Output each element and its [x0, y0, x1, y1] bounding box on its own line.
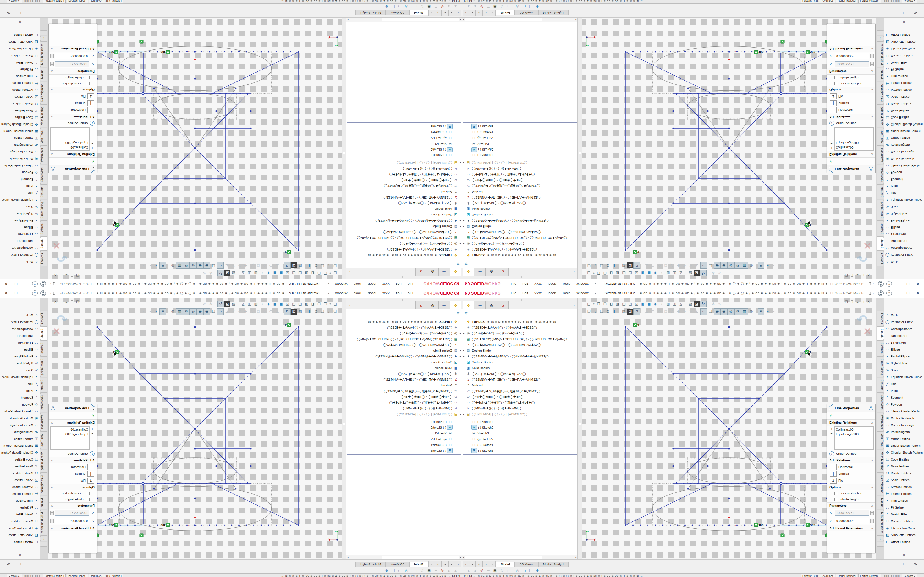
feature-manager-tab-3[interactable]: ◕	[415, 268, 427, 276]
command-tab-mbddimensions[interactable]: MBD Dimensions	[40, 42, 47, 67]
tool-mirror-entities[interactable]: ◫Mirror Entities	[884, 135, 924, 142]
search-icon[interactable]	[868, 282, 871, 285]
toolbar-icon[interactable]: ↓	[659, 270, 665, 276]
ok-button[interactable]: ✓	[827, 413, 876, 419]
relations-list[interactable]: Collinear108Equal length109	[50, 426, 90, 450]
tool-fit-spline[interactable]: ◡Fit Spline	[0, 504, 40, 511]
feature-manager-tab-2[interactable]: ⊕	[486, 301, 497, 309]
tree-item-sketch6[interactable]: ⊞(-) Sketch6	[347, 448, 462, 453]
search-dropdown-icon[interactable]: ▾	[50, 292, 51, 294]
tree-item[interactable]: ≡Material	[462, 382, 577, 388]
toolbar-icon[interactable]: ◒	[783, 309, 790, 314]
toolbar-icon[interactable]: ●	[153, 263, 160, 268]
tool-circular-sketch-pattern[interactable]: ❖Circular Sketch Pattern	[884, 121, 924, 128]
toolbar-icon[interactable]: ●	[764, 309, 771, 314]
toolbar-icon[interactable]: ✎	[716, 270, 723, 276]
command-tab-sketch[interactable]: Sketch	[877, 237, 884, 251]
tool-perimeter-circle[interactable]: ◯Perimeter Circle	[0, 318, 40, 325]
toolbar-icon[interactable]: ⊥	[274, 309, 281, 314]
command-tab-more[interactable]: ⋮	[877, 536, 884, 541]
search-input[interactable]	[834, 282, 868, 286]
tree-item[interactable]: Σ◯S2ΜИ◎◦✚А∏¤ЗЕ◯ ◦ ◯ЗЕ¤∏А✚◦◎ИΜS2◯	[462, 195, 577, 201]
relations-list[interactable]: Collinear108Equal length109	[834, 426, 874, 450]
toolbar-icon[interactable]: –	[237, 301, 240, 307]
toolbar-icon[interactable]: ❖	[160, 308, 166, 315]
tree-item[interactable]: ▦◯2S✚ЗЕS2◯ΜИ◎◦✚ЭСЗЕUЗЕS2◯ ◦ ◯S2ЗЕUЗЕСЭ✚◦…	[462, 336, 577, 342]
toolbar-icon[interactable]: ↓	[326, 263, 332, 268]
tool-point[interactable]: ▪Point	[0, 387, 40, 394]
exit-sketch-watermark-icon[interactable]: ↶	[57, 250, 67, 265]
tab-nav-icon[interactable]: ▸	[476, 561, 482, 567]
tool-3-point-center-recta---[interactable]: ▱3 Point Center Recta...	[0, 163, 40, 169]
toolbar-icon[interactable]: ⊥	[274, 263, 281, 268]
tool-centerpoint-arc[interactable]: ◠Centerpoint Arc	[0, 245, 40, 252]
toolbar-icon[interactable]: ╱	[669, 263, 675, 268]
search-box[interactable]: ❒ ▾	[49, 290, 95, 297]
tree-item-sketch1[interactable]: ⊞(-) Sketch1	[347, 153, 462, 158]
tree-item[interactable]: ▸▤◯S2ЗЕΜИА∏÷◯ ◦ ◯÷∏АИΜЗЕS2◯	[347, 411, 462, 417]
toolbar-icon[interactable]: ❐	[586, 263, 592, 268]
options-section[interactable]: Options∧	[48, 87, 97, 93]
parameter-input[interactable]: 0.00000000°	[835, 518, 869, 524]
ok-button[interactable]: ✓	[48, 158, 97, 164]
collapse-chevron-icon[interactable]: ≫	[0, 562, 16, 567]
chevron-up-icon[interactable]: ∧	[871, 70, 873, 73]
toolbar-icon[interactable]: ❖	[758, 308, 764, 315]
tool-convert-entities[interactable]: ❒Convert Entities	[884, 517, 924, 524]
document-restore-icon[interactable]: ❐	[844, 273, 849, 277]
search-dropdown-icon[interactable]: ▾	[873, 292, 874, 294]
markup-icon[interactable]: ◭	[465, 5, 472, 9]
tree-item[interactable]: ▱◯✚ΜИ◎♟÷◯✳◉][◯ ◦ ◯][◉✳◯÷♟◎ИΜ✚◯	[462, 183, 577, 189]
panel-splitter[interactable]	[578, 18, 582, 279]
tree-root-item[interactable]: ❖TЯPDL2.◉ ЗЕ ◉ Ш ◉ ◉ ◉ ✚ ◉ ЭС ◉ ЗЕ ◉ ¡ ◉…	[462, 319, 577, 324]
toolbar-icon[interactable]: ✎	[682, 263, 688, 268]
chevron-up-icon[interactable]: ∧	[871, 504, 873, 507]
toolbar-icon[interactable]: ·	[166, 309, 170, 314]
toolbar-icon[interactable]: ↓	[259, 301, 265, 307]
tool-sketch-fillet[interactable]: ◝Sketch Fillet	[884, 60, 924, 66]
tab-motion-study-1[interactable]: Motion Study 1	[538, 10, 569, 15]
command-tab-sketch[interactable]: Sketch	[40, 326, 47, 340]
chevron-up-icon[interactable]: ∧	[51, 153, 53, 156]
markup-icon[interactable]: ⇅	[419, 569, 426, 572]
relation-entry[interactable]: Collinear108	[836, 145, 872, 150]
toolbar-icon[interactable]: ✎	[682, 309, 688, 314]
tool-copy-entities[interactable]: ❏Copy Entities	[884, 114, 924, 121]
markup-icon[interactable]: ¦	[512, 569, 514, 572]
toolbar-icon[interactable]: ◠	[268, 309, 274, 314]
tree-item[interactable]: ≡Material	[462, 189, 577, 195]
command-tab-moldtools[interactable]: Mold Tools	[877, 431, 884, 449]
command-tab-sheetmetal[interactable]: Sheet Metal	[40, 393, 47, 412]
toolbar-icon[interactable]: ↻	[633, 262, 640, 269]
tree-item[interactable]: ▱◯✚Єs6◦♟◯✳◉][◯ ◦ ◯][◉✳◯♟◦6sЄ✚◯	[347, 400, 462, 405]
markup-icon[interactable]: ◭	[452, 569, 459, 572]
tree-item[interactable]: ▸▤Design Binder	[462, 224, 577, 229]
tree-item-sketch2[interactable]: ⊞(-) Sketch2	[347, 147, 462, 153]
tree-item[interactable]: ⊾◯ΜИ◦s6◦♟◎◯ ◦ ◯◎♟◦6s◦ИΜ◯	[347, 405, 462, 411]
tool-corner-rectangle[interactable]: ▭Corner Rectangle	[884, 149, 924, 156]
markup-icon[interactable]: ▦	[426, 569, 432, 572]
tool-tangent-arc[interactable]: ⌒Tangent Arc	[884, 238, 924, 245]
spinner-buttons[interactable]: ▴▾	[871, 54, 874, 58]
menu-tools[interactable]: Tools	[354, 291, 362, 295]
toolbar-icon[interactable]: ▨	[231, 270, 237, 276]
ok-button[interactable]: ✓	[827, 158, 876, 164]
toolbar-icon[interactable]: ¦	[640, 263, 643, 268]
document-window-icon[interactable]: ❐	[69, 273, 75, 277]
markup-icon[interactable]: ⚙	[534, 569, 541, 572]
toolbar-icon[interactable]: ❖	[758, 262, 764, 269]
tree-item[interactable]: ▣Solid Bodies	[347, 365, 462, 371]
options-section[interactable]: Options∧	[48, 484, 97, 490]
spinner-buttons[interactable]: ▴▾	[871, 62, 874, 66]
tree-item[interactable]: ▱◯✚Єs6◦♟◯✳◉][◯ ◦ ◯][◉✳◯♟◦6sЄ✚◯	[462, 400, 577, 405]
toolbar-icon[interactable]: ¦	[303, 263, 307, 268]
chevron-up-icon[interactable]: ∧	[871, 153, 873, 156]
tab-3d-views[interactable]: 3D Views	[515, 10, 538, 15]
tool-circular-sketch-pattern[interactable]: ❖Circular Sketch Pattern	[0, 449, 40, 456]
toolbar-icon[interactable]: ↓	[259, 270, 265, 276]
tree-item[interactable]: Σ◯S2ΜИ◎◦✚А∏¤ЗЕ◯ ◦ ◯ЗЕ¤∏А✚◦◎ИΜS2◯	[347, 195, 462, 201]
tab-nav-icon[interactable]: ⇤	[455, 561, 462, 567]
toolbar-icon[interactable]: □	[662, 263, 669, 268]
tree-item-sketch1[interactable]: ⊞(-) Sketch1	[462, 419, 577, 424]
toolbar-icon[interactable]: ⊾	[224, 263, 230, 268]
